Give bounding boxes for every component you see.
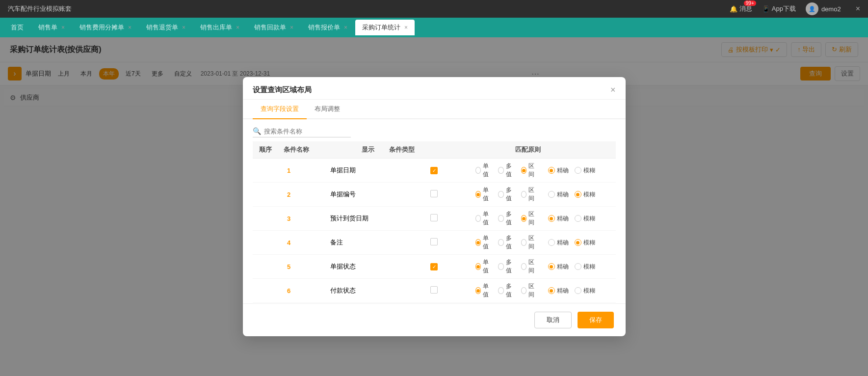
dialog-search: 🔍 (243, 119, 626, 141)
radio-type-item[interactable]: 多值 (498, 186, 515, 203)
row-condition-name: 单据编号 (325, 183, 398, 207)
radio-type-item[interactable]: 多值 (498, 282, 515, 299)
notification-btn[interactable]: 🔔 消息 99+ (730, 4, 752, 13)
radio-match-item[interactable]: 精确 (548, 263, 569, 271)
row-display-cell[interactable] (398, 231, 471, 255)
display-checkbox[interactable] (430, 214, 438, 221)
radio-match-item[interactable]: 精确 (548, 287, 569, 295)
app-download-btn[interactable]: 📱 App下载 (762, 4, 796, 13)
display-checkbox[interactable] (430, 238, 438, 245)
radio-label: 区间 (528, 162, 538, 179)
radio-type-item[interactable]: 区间 (521, 210, 538, 227)
radio-match-item[interactable]: 模糊 (575, 287, 595, 295)
radio-circle (548, 263, 555, 270)
radio-match-item[interactable]: 精确 (548, 239, 569, 247)
radio-type-item[interactable]: 单值 (475, 186, 493, 203)
radio-label: 多值 (506, 282, 515, 299)
radio-type-item[interactable]: 单值 (475, 258, 493, 275)
overlay: 设置查询区域布局 × 查询字段设置 布局调整 🔍 (0, 37, 868, 376)
radio-label: 精确 (557, 263, 569, 271)
tab-sales-close[interactable]: × (61, 24, 65, 31)
radio-label: 精确 (557, 215, 569, 223)
tab-sales-ret-close[interactable]: × (182, 24, 185, 31)
radio-type-item[interactable]: 单值 (475, 282, 493, 299)
radio-type-item[interactable]: 单值 (475, 162, 493, 179)
row-display-cell[interactable] (398, 279, 471, 303)
radio-match-item[interactable]: 模糊 (575, 166, 595, 175)
radio-type-item[interactable]: 区间 (521, 234, 538, 251)
user-info[interactable]: 👤 demo2 (806, 2, 841, 15)
radio-circle (548, 191, 555, 198)
radio-type-item[interactable]: 区间 (521, 282, 538, 299)
radio-circle (475, 263, 481, 270)
tab-sales-out-close[interactable]: × (236, 24, 239, 31)
search-input[interactable] (264, 128, 342, 135)
tab-purchase-stat[interactable]: 采购订单统计 × (355, 20, 415, 35)
tab-purchase-stat-close[interactable]: × (404, 24, 408, 31)
radio-circle (498, 167, 504, 174)
col-type: 条件类型 (384, 141, 510, 159)
tab-query-fields[interactable]: 查询字段设置 (253, 100, 307, 119)
app-download-icon: 📱 (762, 5, 770, 13)
display-checkbox[interactable] (430, 286, 438, 294)
radio-type-item[interactable]: 多值 (498, 210, 515, 227)
avatar: 👤 (806, 2, 818, 15)
row-display-cell[interactable] (398, 159, 471, 183)
tab-sales-fee[interactable]: 销售费用分摊单 × (73, 20, 138, 35)
tab-sales[interactable]: 销售单 × (31, 20, 72, 35)
row-display-cell[interactable] (398, 255, 471, 279)
row-display-cell[interactable] (398, 207, 471, 231)
display-checkbox[interactable] (430, 263, 438, 270)
radio-match-item[interactable]: 模糊 (575, 239, 595, 247)
save-btn[interactable]: 保存 (578, 312, 614, 328)
radio-type-item[interactable]: 单值 (475, 210, 493, 227)
row-display-cell[interactable] (398, 183, 471, 207)
tab-home[interactable]: 首页 (4, 20, 30, 35)
radio-label: 区间 (528, 234, 538, 251)
cancel-btn[interactable]: 取消 (534, 312, 572, 328)
radio-type-item[interactable]: 区间 (521, 186, 538, 203)
tab-sales-recv-close[interactable]: × (290, 24, 293, 31)
radio-match-item[interactable]: 模糊 (575, 215, 595, 223)
col-match: 匹配原则 (510, 141, 616, 159)
tab-sales-ret[interactable]: 销售退货单 × (139, 20, 192, 35)
radio-type-item[interactable]: 多值 (498, 234, 515, 251)
radio-circle (475, 215, 481, 222)
tab-sales-out[interactable]: 销售出库单 × (193, 20, 246, 35)
tab-sales-quote-close[interactable]: × (344, 24, 347, 31)
radio-type-item[interactable]: 区间 (521, 258, 538, 275)
tab-layout-adjust[interactable]: 布局调整 (307, 100, 348, 119)
row-condition-name: 付款状态 (325, 279, 398, 303)
radio-label: 精确 (557, 239, 569, 247)
radio-type-item[interactable]: 区间 (521, 162, 538, 179)
top-close-btn[interactable]: × (856, 4, 860, 13)
col-display: 显示 (352, 141, 384, 159)
row-type-cell: 单值多值区间 (471, 279, 543, 303)
dialog-footer: 取消 保存 (243, 303, 626, 336)
tab-sales-fee-close[interactable]: × (128, 24, 132, 31)
display-checkbox[interactable] (430, 190, 438, 197)
dialog-close-btn[interactable]: × (610, 85, 616, 95)
radio-circle (498, 239, 504, 246)
radio-match-item[interactable]: 精确 (548, 166, 569, 175)
radio-match-item[interactable]: 精确 (548, 190, 569, 199)
radio-circle (521, 239, 527, 246)
radio-type-item[interactable]: 多值 (498, 258, 515, 275)
radio-match-item[interactable]: 精确 (548, 215, 569, 223)
radio-type-item[interactable]: 多值 (498, 162, 515, 179)
tab-sales-recv-label: 销售回款单 (254, 23, 286, 32)
tab-sales-recv[interactable]: 销售回款单 × (247, 20, 300, 35)
display-checkbox[interactable] (430, 167, 438, 174)
radio-circle (498, 263, 504, 270)
radio-label: 多值 (506, 162, 515, 179)
app-download-label: App下载 (772, 4, 796, 13)
tab-sales-quote[interactable]: 销售报价单 × (301, 20, 354, 35)
row-condition-name: 单据状态 (325, 255, 398, 279)
radio-match-item[interactable]: 模糊 (575, 190, 595, 199)
dialog-table: 顺序 条件名称 显示 条件类型 匹配原则 1单据日期单值多值区间精确模糊2单据编… (253, 141, 616, 303)
radio-type-item[interactable]: 单值 (475, 234, 493, 251)
row-type-cell: 单值多值区间 (471, 207, 543, 231)
settings-dialog: 设置查询区域布局 × 查询字段设置 布局调整 🔍 (243, 77, 626, 336)
radio-match-item[interactable]: 模糊 (575, 263, 595, 271)
dialog-tabs: 查询字段设置 布局调整 (243, 100, 626, 119)
